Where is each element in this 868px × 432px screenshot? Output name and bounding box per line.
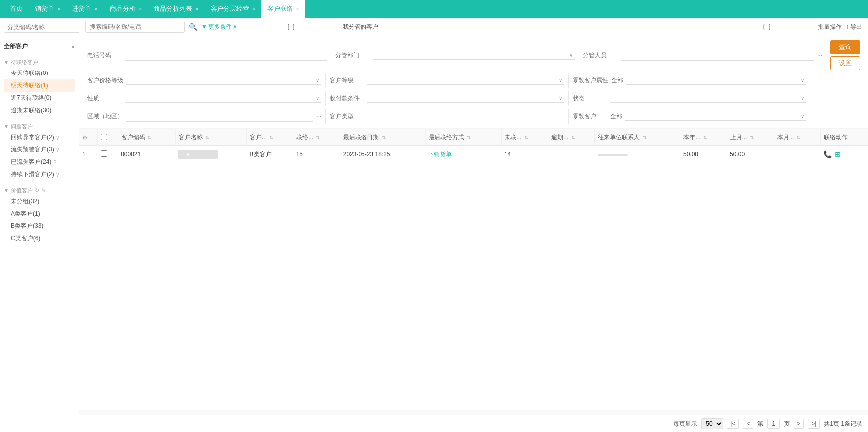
row-last-method-link[interactable]: 下销货单 bbox=[428, 151, 452, 158]
contact-count-col-header[interactable]: 联络... ⇅ bbox=[293, 129, 340, 146]
sidebar-item-tomorrow-contact[interactable]: 明天待联络(1) bbox=[4, 79, 75, 92]
phone-input[interactable] bbox=[125, 50, 327, 61]
content-area: 🔍 ▼ 更多条件 ∧ 我分管的客户 批量操作 ↑ 导出 bbox=[79, 18, 868, 432]
pending-contact-section: ▼ 待联络客户 今天待联络(0) 明天待联络(1) 近7天待联络(0) 逾期未联… bbox=[0, 54, 79, 118]
sidebar-item-continuous-decline[interactable]: 持续下滑客户(2) ? bbox=[4, 168, 75, 181]
status-dropdown[interactable]: ∨ bbox=[610, 94, 806, 103]
prev-page-button[interactable]: < bbox=[743, 419, 753, 429]
nav-product-analysis[interactable]: 商品分析 × bbox=[104, 0, 147, 18]
nav-customer-tier[interactable]: 客户分层经营 × bbox=[205, 0, 261, 18]
close-customer-tier-icon[interactable]: × bbox=[252, 6, 255, 12]
row-checkbox[interactable] bbox=[101, 150, 107, 157]
close-product-analysis-icon[interactable]: × bbox=[139, 6, 142, 12]
gear-icon[interactable]: ⚙ bbox=[82, 134, 88, 141]
nav-home[interactable]: 首页 bbox=[4, 0, 29, 18]
action-col-header: 联络动作 bbox=[820, 129, 868, 146]
edit-icon[interactable]: ✎ bbox=[41, 187, 46, 194]
grid-action-icon[interactable]: ⊞ bbox=[835, 150, 841, 158]
region-ellipsis-icon[interactable]: ··· bbox=[316, 113, 321, 120]
more-conditions-button[interactable]: ▼ 更多条件 ∧ bbox=[201, 23, 237, 31]
my-customer-checkbox-container[interactable]: 我分管的客户 bbox=[241, 23, 378, 31]
query-button[interactable]: 查询 bbox=[830, 40, 860, 54]
customer-level-dropdown[interactable]: ∨ bbox=[367, 76, 564, 85]
customer-name-col-header[interactable]: 客户名称 ⇅ bbox=[175, 129, 246, 146]
collapse-icon[interactable]: « bbox=[72, 43, 75, 50]
set-button[interactable]: 设置 bbox=[830, 56, 860, 70]
refresh-icon[interactable]: ↻ bbox=[35, 187, 39, 194]
sidebar-item-lost-customers[interactable]: 已流失客户(24) ? bbox=[4, 156, 75, 168]
this-year-col-header[interactable]: 本年... ⇅ bbox=[680, 129, 727, 146]
close-purchase-order-icon[interactable]: × bbox=[94, 6, 97, 12]
gender-dropdown[interactable]: ∨ bbox=[125, 94, 321, 103]
sidebar-item-today-contact[interactable]: 今天待联络(0) bbox=[4, 67, 75, 79]
close-customer-contact-icon[interactable]: × bbox=[296, 6, 299, 12]
bottom-scroll[interactable] bbox=[79, 410, 868, 415]
last-contact-date-col-header[interactable]: 最后联络日期 ⇅ bbox=[340, 129, 426, 146]
next-page-button[interactable]: > bbox=[794, 419, 804, 429]
customer-type-col-header[interactable]: 客户... ⇅ bbox=[247, 129, 293, 146]
current-page-number: 1 bbox=[767, 419, 780, 429]
last-contact-method-label: 最后联络方式 bbox=[429, 134, 464, 141]
help-icon-4: ? bbox=[56, 172, 59, 178]
person-ellipsis-icon[interactable]: ··· bbox=[817, 52, 822, 59]
customer-type-sort-icon: ⇅ bbox=[269, 135, 273, 140]
sidebar-item-overdue-contact[interactable]: 逾期未联络(30) bbox=[4, 104, 75, 117]
my-customer-checkbox[interactable] bbox=[241, 24, 341, 30]
person-input[interactable] bbox=[621, 50, 814, 61]
select-all-checkbox[interactable] bbox=[101, 134, 107, 140]
triangle-icon-2: ▼ bbox=[4, 124, 9, 129]
export-button[interactable]: ↑ 导出 bbox=[846, 23, 862, 31]
main-layout: 🔍 全部客户 « ▼ 待联络客户 今天待联络(0) 明天待联络(1) 近7天待联… bbox=[0, 18, 868, 432]
search-input[interactable] bbox=[85, 21, 185, 33]
this-month-col-header[interactable]: 本月... ⇅ bbox=[774, 129, 820, 146]
sidebar-item-ungrouped[interactable]: 未分组(32) bbox=[4, 195, 75, 208]
customer-name-label: 客户名称 bbox=[179, 134, 203, 141]
search-button[interactable]: 🔍 bbox=[189, 23, 197, 31]
sidebar-item-week-contact[interactable]: 近7天待联络(0) bbox=[4, 92, 75, 104]
nav-sales-order[interactable]: 销货单 × bbox=[29, 0, 66, 18]
retail-customer-dropdown[interactable]: ∨ bbox=[625, 112, 806, 121]
problem-customers-label: ▼ 问题客户 bbox=[4, 121, 75, 131]
first-page-button[interactable]: |< bbox=[727, 419, 739, 429]
payment-dropdown[interactable]: ∨ bbox=[367, 94, 564, 103]
last-contact-date-sort-icon: ⇅ bbox=[382, 135, 386, 140]
close-sales-order-icon[interactable]: × bbox=[57, 6, 60, 12]
sidebar-item-class-a[interactable]: A类客户(1) bbox=[4, 208, 75, 220]
nav-customer-contact[interactable]: 客户联络 × bbox=[261, 0, 305, 18]
sidebar-item-class-b[interactable]: B类客户(33) bbox=[4, 220, 75, 232]
bulk-op-checkbox[interactable] bbox=[717, 24, 816, 30]
nav-product-analysis-list[interactable]: 商品分析列表 × bbox=[147, 0, 204, 18]
sidebar-item-losing-customers[interactable]: 流失预警客户(3) ? bbox=[4, 144, 75, 156]
page-size-label: 每页显示 bbox=[673, 420, 697, 428]
customer-type-dropdown[interactable] bbox=[367, 115, 564, 118]
last-page-button[interactable]: >| bbox=[808, 419, 820, 429]
page-size-select[interactable]: 50 bbox=[701, 418, 723, 429]
close-product-analysis-list-icon[interactable]: × bbox=[195, 6, 198, 12]
last-month-label: 上月... bbox=[730, 134, 747, 141]
dept-dropdown[interactable]: ∨ bbox=[373, 51, 575, 60]
no-contact-col-header[interactable]: 未联... ⇅ bbox=[502, 129, 548, 146]
row-contact-person-masked bbox=[598, 154, 628, 156]
region-input[interactable] bbox=[126, 111, 313, 122]
divider-5 bbox=[325, 91, 326, 106]
price-level-dropdown[interactable]: ∨ bbox=[126, 76, 321, 85]
last-month-col-header[interactable]: 上月... ⇅ bbox=[727, 129, 774, 146]
filter-row-1: 电话号码 分管部门 ∨ 分管人员 ··· bbox=[87, 40, 860, 70]
sidebar-item-repurchase-abnormal[interactable]: 回购异常客户(2) ? bbox=[4, 131, 75, 144]
retail-customer-chevron-icon: ∨ bbox=[801, 113, 804, 119]
customer-code-col-header[interactable]: 客户编码 ⇅ bbox=[118, 129, 175, 146]
retail-attr-dropdown[interactable]: ∨ bbox=[626, 76, 806, 85]
phone-action-icon[interactable]: 📞 bbox=[823, 150, 832, 158]
contact-person-col-header[interactable]: 往来单位联系人 ⇅ bbox=[595, 129, 680, 146]
nav-purchase-order[interactable]: 进货单 × bbox=[66, 0, 103, 18]
row-index: 1 bbox=[79, 146, 98, 163]
last-contact-method-col-header[interactable]: 最后联络方式 ⇅ bbox=[425, 129, 501, 146]
sidebar-search-input[interactable] bbox=[4, 22, 79, 33]
top-navigation: 首页 销货单 × 进货单 × 商品分析 × 商品分析列表 × 客户分层经营 × … bbox=[0, 0, 868, 18]
bulk-operation-button[interactable]: 批量操作 bbox=[717, 23, 842, 31]
this-year-label: 本年... bbox=[683, 134, 700, 141]
help-icon-1: ? bbox=[56, 135, 59, 141]
sidebar-item-class-c[interactable]: C类客户(6) bbox=[4, 232, 75, 245]
divider-7 bbox=[325, 109, 326, 124]
overdue-col-header[interactable]: 逾期... ⇅ bbox=[548, 129, 595, 146]
